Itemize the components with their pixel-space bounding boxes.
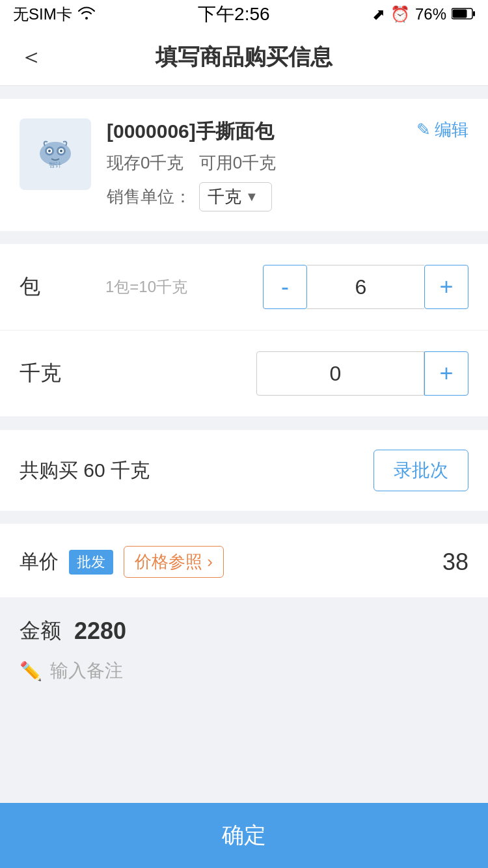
stock-text: 现存0千克: [107, 153, 183, 172]
package-row: 包 1包=10千克 - +: [0, 244, 488, 331]
product-stock: 现存0千克 可用0千克: [107, 152, 468, 174]
svg-point-9: [60, 150, 62, 152]
wifi-icon: [77, 5, 96, 23]
amount-section: 金额 2280 ✏️ 输入备注: [0, 597, 488, 703]
package-section: 包 1包=10千克 - + 千克 +: [0, 244, 488, 417]
status-left: 无SIM卡: [13, 4, 96, 25]
product-info: [0000006]手撕面包 现存0千克 可用0千克 销售单位： 千克 ▼: [107, 118, 468, 211]
svg-rect-2: [453, 10, 467, 18]
price-value: 38: [442, 549, 468, 576]
product-unit-row: 销售单位： 千克 ▼: [107, 182, 468, 211]
package-label: 包: [20, 273, 98, 301]
unit-label: 销售单位：: [107, 185, 191, 208]
status-time: 下午2:56: [198, 2, 270, 27]
price-label: 单价: [20, 549, 59, 575]
status-bar: 无SIM卡 下午2:56 ⬈ ⏰ 76%: [0, 0, 488, 29]
svg-point-8: [48, 150, 51, 152]
batch-tag: 批发: [69, 550, 113, 575]
unit-select[interactable]: 千克 ▼: [199, 182, 272, 211]
carrier-text: 无SIM卡: [13, 4, 72, 25]
product-image-placeholder: 智计: [36, 135, 75, 174]
package-hint: 1包=10千克: [105, 277, 263, 297]
product-card: 智计 [0000006]手撕面包 现存0千克 可用0千克 销售单位： 千克 ▼ …: [0, 99, 488, 231]
note-row[interactable]: ✏️ 输入备注: [20, 658, 468, 703]
amount-value: 2280: [74, 617, 126, 645]
product-name: [0000006]手撕面包: [107, 118, 468, 145]
alarm-icon: ⏰: [390, 5, 410, 23]
battery-icon: [452, 5, 475, 23]
kg-row: 千克 +: [0, 331, 488, 417]
package-minus-button[interactable]: -: [263, 265, 307, 309]
total-section: 共购买 60 千克 录批次: [0, 430, 488, 511]
battery-text: 76%: [415, 5, 446, 23]
kg-quantity-input[interactable]: [256, 351, 424, 396]
confirm-text: 确定: [222, 821, 266, 850]
nav-bar: ＜ 填写商品购买信息: [0, 29, 488, 86]
kg-label: 千克: [20, 359, 98, 388]
location-icon: ⬈: [372, 5, 385, 23]
note-icon: ✏️: [20, 660, 42, 682]
batch-button[interactable]: 录批次: [373, 450, 468, 491]
back-button[interactable]: ＜: [20, 41, 43, 73]
edit-label: 编辑: [435, 118, 468, 141]
back-icon: ＜: [20, 43, 43, 70]
package-quantity-input[interactable]: [307, 265, 424, 309]
note-placeholder: 输入备注: [50, 658, 123, 683]
dropdown-icon: ▼: [245, 189, 258, 204]
price-section: 单价 批发 价格参照 › 38: [0, 524, 488, 597]
available-text: 可用0千克: [199, 153, 276, 172]
amount-row: 金额 2280: [20, 617, 468, 645]
price-ref-button[interactable]: 价格参照 ›: [124, 546, 224, 578]
status-right: ⬈ ⏰ 76%: [372, 5, 475, 23]
package-quantity-control: - +: [263, 265, 468, 309]
confirm-bar[interactable]: 确定: [0, 803, 488, 868]
svg-rect-1: [473, 11, 475, 16]
edit-icon: ✎: [416, 120, 431, 140]
price-row: 单价 批发 价格参照 › 38: [20, 546, 468, 578]
kg-quantity-control: +: [256, 351, 468, 396]
unit-value: 千克: [208, 185, 241, 208]
edit-link[interactable]: ✎ 编辑: [416, 118, 468, 141]
kg-plus-button[interactable]: +: [424, 351, 468, 396]
svg-text:智计: 智计: [49, 161, 62, 168]
package-plus-button[interactable]: +: [424, 265, 468, 309]
product-thumbnail: 智计: [20, 118, 91, 190]
total-text: 共购买 60 千克: [20, 457, 150, 484]
amount-label: 金额: [20, 617, 61, 645]
page-title: 填写商品购买信息: [156, 42, 332, 72]
